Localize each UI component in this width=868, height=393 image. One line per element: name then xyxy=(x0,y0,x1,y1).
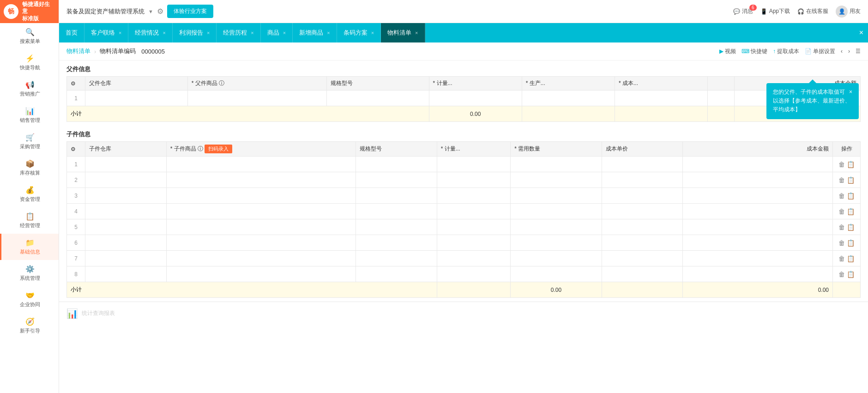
sidebar-item-search[interactable]: 🔍 搜索菜单 xyxy=(0,23,59,49)
child-spec-6[interactable] xyxy=(356,235,437,251)
settings-icon[interactable]: ⚙ xyxy=(157,7,163,16)
sidebar-item-purchase[interactable]: 🛒 采购管理 xyxy=(0,128,59,155)
parent-warehouse-1[interactable] xyxy=(85,91,188,106)
shortcut-button[interactable]: ⌨ 快捷键 xyxy=(741,48,767,55)
child-unit-2[interactable] xyxy=(437,172,511,188)
child-unit-5[interactable] xyxy=(437,219,511,235)
nav-next-button[interactable]: › xyxy=(848,48,850,54)
close-operations-status-tab[interactable]: × xyxy=(163,30,165,36)
nav-prev-button[interactable]: ‹ xyxy=(841,48,843,54)
copy-icon[interactable]: 📋 xyxy=(847,224,855,231)
message-button[interactable]: 💬 消息 6 xyxy=(733,7,753,15)
sidebar-item-operations[interactable]: 📋 经营管理 xyxy=(0,207,59,234)
child-goods-4[interactable] xyxy=(166,204,356,219)
child-unit-price-2[interactable] xyxy=(602,172,683,188)
close-add-goods-tab[interactable]: × xyxy=(327,30,330,36)
child-warehouse-7[interactable] xyxy=(85,251,167,266)
tab-profit[interactable]: 利润报告 × xyxy=(173,23,217,42)
child-unit-price-3[interactable] xyxy=(602,188,683,204)
parent-unit-1[interactable] xyxy=(429,91,522,106)
parent-spec-1[interactable] xyxy=(326,91,429,106)
child-quantity-7[interactable] xyxy=(511,251,602,266)
sidebar-item-marketing[interactable]: 📢 营销推广 xyxy=(0,76,59,102)
delete-icon[interactable]: 🗑 xyxy=(838,239,845,247)
sidebar-item-basic[interactable]: 📁 基础信息 xyxy=(0,234,59,260)
child-quantity-2[interactable] xyxy=(511,172,602,188)
child-quantity-8[interactable] xyxy=(511,266,602,282)
child-warehouse-5[interactable] xyxy=(85,219,167,235)
close-barcode-tab[interactable]: × xyxy=(371,30,374,36)
child-unit-8[interactable] xyxy=(437,266,511,282)
child-goods-2[interactable] xyxy=(166,172,356,188)
child-unit-price-6[interactable] xyxy=(602,235,683,251)
child-spec-2[interactable] xyxy=(356,172,437,188)
copy-icon[interactable]: 📋 xyxy=(847,192,855,200)
child-warehouse-6[interactable] xyxy=(85,235,167,251)
tooltip-close-button[interactable]: × xyxy=(849,88,852,97)
child-warehouse-3[interactable] xyxy=(85,188,167,204)
sidebar-item-system[interactable]: ⚙️ 系统管理 xyxy=(0,260,59,286)
tab-goods[interactable]: 商品 × xyxy=(261,23,293,42)
sidebar-item-sales[interactable]: 📊 销售管理 xyxy=(0,102,59,128)
child-unit-6[interactable] xyxy=(437,235,511,251)
sidebar-item-guide[interactable]: 🧭 新手引导 xyxy=(0,313,59,339)
copy-icon[interactable]: 📋 xyxy=(847,255,855,262)
child-spec-5[interactable] xyxy=(356,219,437,235)
close-goods-tab[interactable]: × xyxy=(283,30,286,36)
extract-cost-button[interactable]: ↑ 提取成本 xyxy=(773,48,799,55)
app-download-button[interactable]: 📱 App下载 xyxy=(760,7,790,15)
tab-barcode[interactable]: 条码方案 × xyxy=(337,23,381,42)
child-unit-price-4[interactable] xyxy=(602,204,683,219)
delete-icon[interactable]: 🗑 xyxy=(838,161,845,168)
parent-prod-1[interactable] xyxy=(522,91,615,106)
copy-icon[interactable]: 📋 xyxy=(847,208,855,215)
child-quantity-5[interactable] xyxy=(511,219,602,235)
tab-add-goods[interactable]: 新增商品 × xyxy=(293,23,337,42)
scan-button[interactable]: 扫码录入 xyxy=(205,145,232,153)
online-service-button[interactable]: 🎧 在线客服 xyxy=(797,7,828,15)
sidebar-item-quicknav[interactable]: ⚡ 快捷导航 xyxy=(0,49,59,76)
copy-icon[interactable]: 📋 xyxy=(847,239,855,247)
child-quantity-1[interactable] xyxy=(511,157,602,172)
tab-customer[interactable]: 客户联络 × xyxy=(84,23,128,42)
copy-icon[interactable]: 📋 xyxy=(847,176,855,184)
sidebar-item-inventory[interactable]: 📦 库存核算 xyxy=(0,155,59,181)
child-goods-3[interactable] xyxy=(166,188,356,204)
child-goods-1[interactable] xyxy=(166,157,356,172)
delete-icon[interactable]: 🗑 xyxy=(838,271,845,278)
child-unit-price-5[interactable] xyxy=(602,219,683,235)
child-unit-price-8[interactable] xyxy=(602,266,683,282)
parent-goods-1[interactable] xyxy=(187,91,326,106)
trial-button[interactable]: 体验行业方案 xyxy=(167,5,213,18)
tab-bom[interactable]: 物料清单 × xyxy=(381,23,425,42)
child-quantity-6[interactable] xyxy=(511,235,602,251)
delete-icon[interactable]: 🗑 xyxy=(838,208,845,215)
close-profit-tab[interactable]: × xyxy=(207,30,210,36)
delete-icon[interactable]: 🗑 xyxy=(838,255,845,262)
child-warehouse-4[interactable] xyxy=(85,204,167,219)
child-unit-price-1[interactable] xyxy=(602,157,683,172)
child-goods-7[interactable] xyxy=(166,251,356,266)
close-bom-tab[interactable]: × xyxy=(415,30,418,36)
child-warehouse-8[interactable] xyxy=(85,266,167,282)
child-goods-8[interactable] xyxy=(166,266,356,282)
tab-biz-history[interactable]: 经营历程 × xyxy=(217,23,260,42)
close-all-tabs[interactable]: × xyxy=(855,23,868,42)
copy-icon[interactable]: 📋 xyxy=(847,271,855,278)
sidebar-item-finance[interactable]: 💰 资金管理 xyxy=(0,181,59,207)
copy-icon[interactable]: 📋 xyxy=(847,161,855,168)
child-unit-7[interactable] xyxy=(437,251,511,266)
child-goods-6[interactable] xyxy=(166,235,356,251)
child-warehouse-1[interactable] xyxy=(85,157,167,172)
user-menu[interactable]: 👤 用友 xyxy=(836,6,861,18)
child-goods-5[interactable] xyxy=(166,219,356,235)
breadcrumb-parent[interactable]: 物料清单 xyxy=(66,47,90,55)
child-unit-3[interactable] xyxy=(437,188,511,204)
child-unit-4[interactable] xyxy=(437,204,511,219)
sidebar-item-enterprise[interactable]: 🤝 企业协同 xyxy=(0,286,59,313)
view-video-button[interactable]: ▶ 视频 xyxy=(719,48,736,55)
child-quantity-3[interactable] xyxy=(511,188,602,204)
close-biz-history-tab[interactable]: × xyxy=(251,30,253,36)
child-unit-1[interactable] xyxy=(437,157,511,172)
child-spec-7[interactable] xyxy=(356,251,437,266)
